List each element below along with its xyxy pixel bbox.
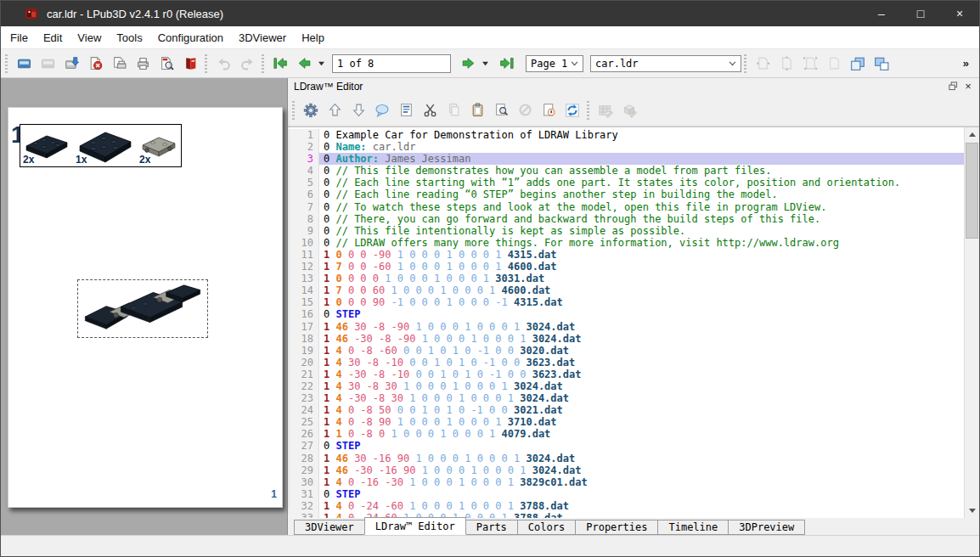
tab-ldraw-editor[interactable]: LDraw™ Editor — [364, 517, 466, 535]
editor-line[interactable]: 171 46 30 -8 -90 1 0 0 0 1 0 0 0 1 3024.… — [288, 321, 964, 333]
pli-part-plate-2x4[interactable]: 2x — [20, 125, 73, 166]
update-model-button[interactable] — [324, 99, 346, 121]
fit-width-button[interactable] — [752, 53, 774, 75]
editor-line[interactable]: 221 4 30 -8 30 1 0 0 0 1 0 0 0 1 3024.da… — [288, 380, 964, 392]
menu-item-file[interactable]: File — [3, 28, 36, 48]
line-content[interactable]: 1 4 0 -8 -60 0 0 1 0 1 0 -1 0 0 3020.dat — [319, 345, 964, 357]
cut-button[interactable] — [419, 99, 441, 121]
editor-line[interactable]: 50 // Each line starting with “1” adds o… — [288, 177, 964, 188]
editor-line[interactable]: 270 STEP — [288, 440, 964, 452]
page-position-input[interactable] — [332, 54, 451, 73]
editor-text-area[interactable]: 10 Example Car for Demonstration of LDRA… — [288, 127, 964, 518]
tab-colors[interactable]: Colors — [517, 520, 576, 535]
line-content[interactable]: 0 Name: car.ldr — [319, 141, 964, 153]
toolbar-grip[interactable] — [205, 54, 207, 73]
page-select-combo[interactable]: Page 1 — [526, 55, 583, 72]
save-as-button[interactable] — [60, 53, 82, 75]
update-page-button[interactable] — [538, 99, 560, 121]
scrollbar-thumb[interactable] — [966, 143, 978, 239]
line-content[interactable]: 0 // LDRAW offers many more things. For … — [319, 237, 964, 249]
scroll-up-button[interactable] — [965, 127, 979, 142]
editor-line[interactable]: 181 46 -30 -8 -90 1 0 0 0 1 0 0 0 1 3024… — [288, 333, 964, 345]
open-file-button[interactable] — [13, 53, 35, 75]
editor-line[interactable]: 100 // LDRAW offers many more things. Fo… — [288, 237, 964, 249]
editor-line[interactable]: 121 7 0 0 -60 1 0 0 0 1 0 0 0 1 4600.dat — [288, 261, 964, 273]
menu-item-tools[interactable]: Tools — [109, 28, 149, 48]
editor-line[interactable]: 281 46 30 -16 90 1 0 0 0 1 0 0 0 1 3024.… — [288, 453, 964, 464]
tile-windows-button[interactable] — [870, 53, 893, 75]
line-content[interactable]: 0 // There, you can go forward and backw… — [319, 213, 964, 225]
line-content[interactable]: 0 STEP — [319, 440, 964, 452]
toolbar-grip[interactable] — [587, 101, 589, 120]
line-content[interactable]: 0 // This file demonstrates how you can … — [319, 165, 964, 177]
line-content[interactable]: 1 4 0 -16 -30 1 0 0 0 1 0 0 0 1 3829c01.… — [319, 476, 964, 488]
minimize-button[interactable]: – — [862, 1, 901, 26]
editor-line[interactable]: 151 0 0 0 90 -1 0 0 0 1 0 0 0 -1 4315.da… — [288, 296, 964, 308]
editor-line[interactable]: 40 // This file demonstrates how you can… — [288, 165, 964, 177]
editor-line[interactable]: 141 7 0 0 60 1 0 0 0 1 0 0 0 1 4600.dat — [288, 284, 964, 296]
dock-float-button[interactable] — [945, 80, 960, 93]
print-button[interactable] — [132, 53, 154, 75]
line-content[interactable]: 0 // Each line reading “0 STEP” begins a… — [319, 188, 964, 200]
close-button[interactable]: × — [940, 1, 979, 26]
last-page-button[interactable] — [496, 53, 518, 75]
first-page-button[interactable] — [269, 53, 291, 75]
line-content[interactable]: 0 Author: James Jessiman — [319, 153, 964, 165]
undo-button[interactable] — [212, 53, 234, 75]
tab-3dviewer[interactable]: 3DViewer — [294, 520, 365, 535]
line-content[interactable]: 0 STEP — [319, 308, 964, 320]
parts-list-box[interactable]: 2x 1x — [20, 124, 182, 167]
menu-item-view[interactable]: View — [70, 28, 109, 48]
menu-item-edit[interactable]: Edit — [36, 28, 70, 48]
editor-line[interactable]: 10 Example Car for Demonstration of LDRA… — [288, 129, 964, 141]
editor-line[interactable]: 60 // Each line reading “0 STEP” begins … — [288, 188, 964, 200]
toolbar-overflow-button[interactable]: » — [960, 55, 972, 71]
editor-line[interactable]: 201 4 30 -8 -10 0 0 1 0 1 0 -1 0 0 3623.… — [288, 357, 964, 369]
tab-3dpreview[interactable]: 3DPreview — [728, 520, 805, 535]
line-content[interactable]: 1 7 0 0 -60 1 0 0 0 1 0 0 0 1 4600.dat — [319, 261, 964, 273]
editor-line[interactable]: 160 STEP — [288, 308, 964, 320]
scrollbar-track[interactable] — [965, 142, 979, 504]
editor-vertical-scrollbar[interactable] — [964, 127, 979, 518]
editor-line[interactable]: 80 // There, you can go forward and back… — [288, 213, 964, 225]
line-content[interactable]: 1 4 0 -24 -60 1 0 0 0 1 0 0 0 1 3788.dat — [319, 500, 964, 512]
toolbar-grip[interactable] — [744, 54, 746, 73]
line-content[interactable]: 1 1 0 -8 0 1 0 0 0 1 0 0 0 1 4079.dat — [319, 428, 964, 440]
editor-line[interactable]: 321 4 0 -24 -60 1 0 0 0 1 0 0 0 1 3788.d… — [288, 500, 964, 512]
editor-line[interactable]: 90 // This file intentionally is kept as… — [288, 225, 964, 237]
dock-close-button[interactable]: × — [960, 80, 976, 93]
insert-before-button[interactable] — [347, 99, 369, 121]
paste-button[interactable] — [466, 99, 488, 121]
editor-line[interactable]: 261 1 0 -8 0 1 0 0 0 1 0 0 0 1 4079.dat — [288, 428, 964, 440]
editor-line[interactable]: 131 0 0 0 0 1 0 0 0 1 0 0 0 1 3031.dat — [288, 273, 964, 284]
editor-line[interactable]: 191 4 0 -8 -60 0 0 1 0 1 0 -1 0 0 3020.d… — [288, 345, 964, 357]
line-content[interactable]: 0 // To watch these steps and look at th… — [319, 201, 964, 213]
model-step-image-selection[interactable] — [77, 279, 208, 338]
toolbar-grip[interactable] — [5, 54, 8, 73]
line-content[interactable]: 1 46 30 -8 -90 1 0 0 0 1 0 0 0 1 3024.da… — [319, 321, 964, 333]
line-content[interactable]: 1 4 -30 -8 -10 0 0 1 0 1 0 -1 0 0 3623.d… — [319, 369, 964, 380]
line-content[interactable]: 1 4 -30 -8 30 1 0 0 0 1 0 0 0 1 3024.dat — [319, 392, 964, 404]
export-pdf-button[interactable] — [179, 53, 201, 75]
editor-line[interactable]: 231 4 -30 -8 30 1 0 0 0 1 0 0 0 1 3024.d… — [288, 392, 964, 404]
next-page-dropdown[interactable] — [480, 53, 491, 75]
line-content[interactable]: 1 0 0 0 -90 1 0 0 0 1 0 0 0 1 4315.dat — [319, 249, 964, 261]
file-select-combo[interactable]: car.ldr — [590, 55, 741, 72]
close-ldraw-file-button[interactable] — [84, 53, 106, 75]
menu-item-configuration[interactable]: Configuration — [150, 28, 231, 48]
menu-item-help[interactable]: Help — [294, 28, 332, 48]
line-content[interactable]: 1 4 30 -8 30 1 0 0 0 1 0 0 0 1 3024.dat — [319, 380, 964, 392]
format-lines-button[interactable] — [395, 99, 417, 121]
line-content[interactable]: 1 4 30 -8 -10 0 0 1 0 1 0 -1 0 0 3623.da… — [319, 357, 964, 369]
add-comment-button[interactable] — [371, 99, 393, 121]
pli-part-plate-4x4[interactable]: 1x — [73, 125, 137, 166]
copy-button[interactable] — [442, 99, 465, 121]
line-content[interactable]: 1 4 0 -8 50 0 0 1 0 1 0 -1 0 0 3021.dat — [319, 404, 964, 416]
edit-part-button[interactable] — [618, 99, 640, 121]
redo-button[interactable] — [236, 53, 258, 75]
editor-line[interactable]: 30 Author: James Jessiman — [288, 153, 964, 165]
previous-page-dropdown[interactable] — [316, 53, 327, 75]
toolbar-grip[interactable] — [292, 101, 295, 120]
scroll-down-button[interactable] — [965, 504, 979, 518]
instruction-page[interactable]: 1 2x — [8, 107, 283, 508]
